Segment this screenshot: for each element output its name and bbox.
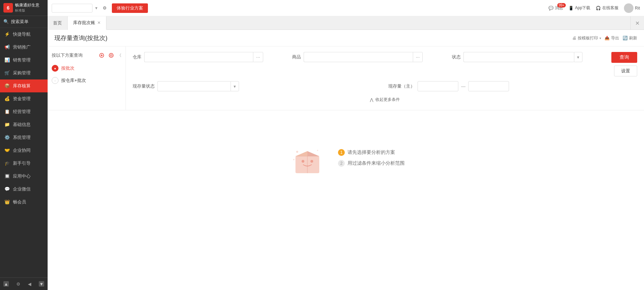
purchase-icon: 🛒 <box>4 70 10 76</box>
page-actions: 🖨 按模板打印 ▾ 📤 导出 🔄 刷新 <box>572 35 637 41</box>
query-btn[interactable]: 查询 <box>611 52 637 63</box>
inventory-qty-max-input[interactable] <box>468 81 509 91</box>
sidebar-item-label: 新手引导 <box>13 160 31 166</box>
sidebar-item-enterprise-wechat[interactable]: 💬 企业微信 <box>0 183 48 196</box>
export-btn[interactable]: 📤 导出 <box>605 35 619 41</box>
tabs-bar: 首页 库存批次账 ✕ ✕ <box>48 16 644 30</box>
filter-sidebar-header: 按以下方案查询 《 <box>48 50 125 62</box>
topbar-gear-icon[interactable]: ⚙ <box>100 4 109 13</box>
sidebar-item-label: 系统管理 <box>13 134 31 141</box>
tab-home-label: 首页 <box>53 20 62 26</box>
status-chevron-btn[interactable]: ▾ <box>574 52 582 62</box>
filter-item-batch[interactable]: ● 按批次 <box>48 62 125 74</box>
warehouse-filter-label: 仓库 <box>133 54 141 60</box>
sidebar-item-label: 采购管理 <box>13 70 31 76</box>
online-service-btn[interactable]: 🎧 在线客服 <box>596 5 618 11</box>
app-download-label: App下载 <box>575 5 590 11</box>
warehouse-input[interactable] <box>144 52 253 62</box>
newbie-icon: 🎓 <box>4 160 10 166</box>
tab-close-btn[interactable]: ✕ <box>97 20 101 25</box>
warehouse-dots-btn[interactable]: ··· <box>253 52 263 62</box>
messages-btn[interactable]: 💬 消息 99+ <box>548 5 563 11</box>
content-area: 现存量查询(按批次) 🖨 按模板打印 ▾ 📤 导出 🔄 刷新 <box>48 30 644 290</box>
product-input[interactable] <box>304 52 412 62</box>
empty-tip-1: 1 请先选择要分析的方案 <box>338 149 405 156</box>
sidebar-item-label: 应用中心 <box>13 173 31 179</box>
filter-settings-btn[interactable] <box>108 52 115 59</box>
sidebar-item-system[interactable]: ⚙️ 系统管理 <box>0 131 48 144</box>
scroll-down-btn[interactable]: ▼ <box>39 281 44 287</box>
sidebar-item-label: 库存核算 <box>13 83 31 89</box>
svg-marker-7 <box>307 151 319 156</box>
user-avatar-btn[interactable]: Rit <box>624 3 640 13</box>
sidebar-item-purchase[interactable]: 🛒 采购管理 <box>0 67 48 79</box>
empty-tip-2: 2 用过滤条件来缩小分析范围 <box>338 160 405 167</box>
sidebar-item-app-center[interactable]: 🔲 应用中心 <box>0 170 48 183</box>
print-chevron-icon[interactable]: ▾ <box>599 36 601 40</box>
sidebar-item-label: 快捷导航 <box>13 31 31 37</box>
inventory-icon: 📦 <box>4 83 10 89</box>
sidebar-item-newbie[interactable]: 🎓 新手引导 <box>0 157 48 170</box>
collapse-more-btn[interactable]: ⋀ 收起更多条件 <box>133 95 637 105</box>
sidebar-item-operations[interactable]: 📋 经营管理 <box>0 105 48 118</box>
marketing-icon: 📢 <box>4 44 10 50</box>
message-icon: 💬 <box>548 6 554 11</box>
sales-icon: 📊 <box>4 57 10 63</box>
sidebar-item-label: 销售管理 <box>13 57 31 63</box>
operations-icon: 📋 <box>4 109 10 115</box>
messages-badge: 99+ <box>557 3 566 7</box>
svg-point-10 <box>302 160 304 163</box>
refresh-btn[interactable]: 🔄 刷新 <box>623 35 637 41</box>
experience-btn[interactable]: 体验行业方案 <box>112 3 148 13</box>
scroll-up-btn[interactable]: ▲ <box>3 281 9 287</box>
sidebar-collapse-icon[interactable]: ◀ <box>28 282 31 287</box>
sidebar-item-member[interactable]: 👑 畅会员 <box>0 196 48 209</box>
page-title: 现存量查询(按批次) <box>54 34 107 42</box>
sidebar-item-quick-nav[interactable]: ⚡ 快捷导航 <box>0 28 48 41</box>
sidebar-item-basics[interactable]: 📁 基础信息 <box>0 118 48 131</box>
product-filter-label: 商品 <box>292 54 301 60</box>
tip2-text: 用过滤条件来缩小分析范围 <box>348 160 405 166</box>
inventory-qty-min-input[interactable] <box>418 81 458 91</box>
sidebar-item-marketing[interactable]: 📢 营销推广 <box>0 41 48 54</box>
sidebar-nav: ⚡ 快捷导航 📢 营销推广 📊 销售管理 🛒 采购管理 📦 库存核算 💰 资金管… <box>0 28 48 277</box>
tab-home[interactable]: 首页 <box>48 16 68 30</box>
filter-panel: 按以下方案查询 《 ● 按批次 <box>48 47 644 110</box>
add-filter-btn[interactable] <box>98 52 105 59</box>
sidebar-item-label: 营销推广 <box>13 44 31 50</box>
user-label: Rit <box>635 6 640 11</box>
print-icon: 🖨 <box>572 36 576 40</box>
filter-item-warehouse-batch-label: 按仓库+批次 <box>61 77 86 84</box>
settings-btn[interactable]: 设置 <box>614 66 637 76</box>
filter-sidebar-title: 按以下方案查询 <box>52 52 83 58</box>
topbar-chevron-icon[interactable]: ▾ <box>95 5 98 11</box>
settings-icon[interactable]: ⚙ <box>16 282 20 287</box>
filter-main: 仓库 ··· 商品 ··· <box>126 47 644 110</box>
tabs-close-all-btn[interactable]: ✕ <box>630 16 644 30</box>
basics-icon: 📁 <box>4 122 10 128</box>
tab-inventory-batch[interactable]: 库存批次账 ✕ <box>68 16 106 30</box>
print-btn[interactable]: 🖨 按模板打印 ▾ <box>572 35 601 41</box>
topbar-search-input[interactable] <box>52 4 92 13</box>
svg-point-11 <box>310 160 313 163</box>
sidebar-item-finance[interactable]: 💰 资金管理 <box>0 92 48 105</box>
filter-sidebar: 按以下方案查询 《 ● 按批次 <box>48 47 126 110</box>
sidebar-item-enterprise-collab[interactable]: 🤝 企业协同 <box>0 144 48 157</box>
page-header: 现存量查询(按批次) 🖨 按模板打印 ▾ 📤 导出 🔄 刷新 <box>48 30 644 47</box>
sidebar-search[interactable]: 🔍 搜索菜单 <box>0 16 48 28</box>
tip2-num: 2 <box>338 160 345 167</box>
inventory-status-input[interactable] <box>157 81 231 91</box>
sidebar-item-inventory[interactable]: 📦 库存核算 <box>0 79 48 92</box>
filter-item-warehouse-batch[interactable]: ○ 按仓库+批次 <box>48 74 125 87</box>
empty-tips: 1 请先选择要分析的方案 2 用过滤条件来缩小分析范围 <box>338 149 405 167</box>
product-dots-btn[interactable]: ··· <box>413 52 423 62</box>
page-container: 现存量查询(按批次) 🖨 按模板打印 ▾ 📤 导出 🔄 刷新 <box>48 30 644 290</box>
app-download-btn[interactable]: 📱 App下载 <box>569 5 590 11</box>
filter-sidebar-collapse-btn[interactable]: 《 <box>117 53 121 58</box>
finance-icon: 💰 <box>4 96 10 102</box>
status-input[interactable] <box>463 52 574 62</box>
app-download-icon: 📱 <box>569 6 574 11</box>
collab-icon: 🤝 <box>4 147 10 153</box>
inventory-status-chevron-btn[interactable]: ▾ <box>231 81 239 91</box>
sidebar-item-sales[interactable]: 📊 销售管理 <box>0 54 48 67</box>
